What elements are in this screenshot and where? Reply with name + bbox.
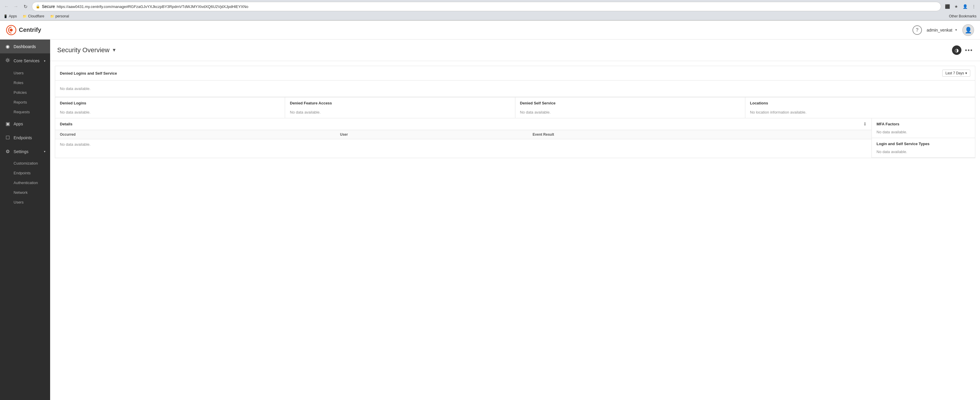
table-row: No data available. — [55, 139, 872, 150]
contrast-button[interactable]: ◑ — [952, 45, 961, 55]
other-bookmarks[interactable]: Other Bookmarks — [948, 14, 978, 19]
svg-point-2 — [7, 59, 8, 61]
avatar[interactable]: 👤 — [963, 24, 974, 36]
denied-self-service-no-data: No data available. — [520, 110, 740, 115]
sidebar-item-authentication[interactable]: Authentication — [0, 178, 50, 188]
date-selector-label: Last 7 Days — [945, 71, 964, 75]
locations-no-data: No location information available. — [750, 110, 970, 115]
page-title-dropdown[interactable]: ▼ — [112, 48, 116, 53]
sidebar-item-dashboards-label: Dashboards — [14, 44, 36, 49]
content-area: Security Overview ▼ ◑ ••• Denied Logins … — [50, 40, 980, 400]
details-table: Occurred User Event Result No data avail… — [55, 130, 872, 150]
sidebar-item-users[interactable]: Users — [0, 68, 50, 78]
details-panel: Details ⬇ Occurred User Event Result — [55, 118, 872, 158]
url-text: https://aaw0431.my.centrify.com/manage#R… — [57, 5, 937, 9]
sidebar-item-apps[interactable]: ▣ Apps — [0, 117, 50, 131]
right-side-panels: MFA Factors No data available. Login and… — [872, 118, 975, 158]
svg-point-1 — [10, 29, 13, 32]
settings-chevron: ▾ — [44, 150, 45, 153]
sidebar-users-sub-label: Users — [14, 200, 24, 204]
user-menu[interactable]: admin_venkat ▼ — [927, 28, 958, 32]
page-header-actions: ◑ ••• — [952, 45, 973, 55]
sidebar-requests-label: Requests — [14, 110, 30, 114]
sidebar-network-label: Network — [14, 190, 28, 195]
sidebar-item-settings[interactable]: ⚙ Settings ▾ — [0, 145, 50, 158]
core-services-icon — [5, 57, 11, 64]
sidebar-item-apps-label: Apps — [14, 121, 23, 126]
avatar-icon: 👤 — [965, 27, 972, 33]
reload-button[interactable]: ↻ — [21, 2, 29, 11]
browser-chrome: ← → ↻ 🔒 Secure https://aaw0431.my.centri… — [0, 0, 980, 21]
occurred-header: Occurred — [55, 130, 335, 139]
app-header: Centrify ? admin_venkat ▼ 👤 — [0, 21, 980, 40]
logo-text: Centrify — [19, 27, 41, 33]
locations-title: Locations — [750, 101, 970, 105]
sidebar-item-requests[interactable]: Requests — [0, 107, 50, 117]
top-section-header: Denied Logins and Self Service Last 7 Da… — [55, 66, 975, 81]
profile-button[interactable]: 👤 — [961, 3, 969, 10]
sidebar-roles-label: Roles — [14, 81, 23, 85]
sidebar-authentication-label: Authentication — [14, 180, 38, 185]
mfa-factors-panel: MFA Factors No data available. — [872, 118, 975, 138]
details-title: Details — [60, 122, 73, 126]
help-button[interactable]: ? — [913, 25, 922, 35]
forward-button[interactable]: → — [12, 2, 20, 11]
sidebar-item-endpoints-sub[interactable]: Endpoints — [0, 168, 50, 178]
login-types-title: Login and Self Service Types — [877, 142, 970, 146]
settings-icon: ⚙ — [5, 149, 11, 154]
username-label: admin_venkat — [927, 28, 952, 32]
sidebar-item-policies[interactable]: Policies — [0, 88, 50, 97]
centrify-logo: Centrify — [6, 25, 41, 35]
sidebar-item-settings-label: Settings — [14, 149, 29, 154]
details-table-body: No data available. — [55, 139, 872, 150]
bookmark-cloudflare-label: Cloudflare — [28, 14, 44, 18]
back-button[interactable]: ← — [2, 2, 11, 11]
sidebar-item-customization[interactable]: Customization — [0, 158, 50, 168]
denied-feature-access-title: Denied Feature Access — [290, 101, 510, 105]
bookmark-personal-label: personal — [56, 14, 69, 18]
address-bar[interactable]: 🔒 Secure https://aaw0431.my.centrify.com… — [32, 2, 941, 11]
sidebar-customization-label: Customization — [14, 161, 38, 166]
details-table-head: Occurred User Event Result — [55, 130, 872, 139]
four-col-grid: Denied Logins No data available. Denied … — [55, 97, 975, 118]
denied-logins-no-data: No data available. — [60, 110, 280, 115]
event-result-header: Event Result — [528, 130, 872, 139]
date-selector[interactable]: Last 7 Days ▾ — [942, 70, 970, 77]
top-section-no-data: No data available. — [55, 81, 975, 97]
lower-layout: Details ⬇ Occurred User Event Result — [55, 118, 975, 158]
sidebar-item-core-services[interactable]: Core Services ▾ — [0, 53, 50, 68]
more-options-button[interactable]: ••• — [965, 47, 973, 54]
date-selector-chevron: ▾ — [965, 71, 967, 75]
sidebar-item-network[interactable]: Network — [0, 188, 50, 198]
mfa-factors-title: MFA Factors — [877, 122, 970, 126]
bookmarks-bar: 📱 Apps 📁 Cloudflare 📁 personal Other Boo… — [0, 13, 980, 20]
apps-bookmark-icon: 📱 — [3, 14, 8, 18]
endpoints-icon: ☐ — [5, 135, 11, 140]
sidebar-item-endpoints[interactable]: ☐ Endpoints — [0, 131, 50, 145]
apps-icon: ▣ — [5, 121, 11, 127]
sidebar-item-roles[interactable]: Roles — [0, 78, 50, 88]
header-right: ? admin_venkat ▼ 👤 — [913, 24, 974, 36]
sidebar-item-reports[interactable]: Reports — [0, 97, 50, 107]
bookmark-cloudflare[interactable]: 📁 Cloudflare — [22, 14, 45, 19]
core-services-svg — [5, 57, 10, 63]
denied-logins-cell: Denied Logins No data available. — [55, 97, 285, 118]
dashboard-content: Denied Logins and Self Service Last 7 Da… — [50, 66, 980, 158]
core-services-chevron: ▾ — [44, 59, 45, 62]
download-button[interactable]: ⬇ — [863, 121, 867, 127]
login-self-service-types-panel: Login and Self Service Types No data ava… — [872, 138, 975, 158]
bookmark-apps[interactable]: 📱 Apps — [2, 14, 18, 19]
bookmark-personal[interactable]: 📁 personal — [49, 14, 70, 19]
sidebar-item-users-sub[interactable]: Users — [0, 198, 50, 207]
sidebar-policies-label: Policies — [14, 90, 27, 95]
sidebar: ◉ Dashboards Core Services ▾ Users Roles… — [0, 40, 50, 400]
bookmark-button[interactable]: ★ — [952, 3, 960, 10]
other-bookmarks-label: Other Bookmarks — [949, 14, 977, 18]
centrify-logo-icon — [6, 25, 16, 35]
mfa-factors-no-data: No data available. — [877, 130, 970, 134]
sidebar-item-core-services-label: Core Services — [14, 58, 40, 63]
menu-button[interactable]: ⋮ — [970, 3, 978, 10]
sidebar-item-dashboards[interactable]: ◉ Dashboards — [0, 40, 50, 53]
cloudflare-bookmark-icon: 📁 — [23, 14, 27, 18]
extensions-button[interactable]: ⬛ — [943, 3, 951, 10]
